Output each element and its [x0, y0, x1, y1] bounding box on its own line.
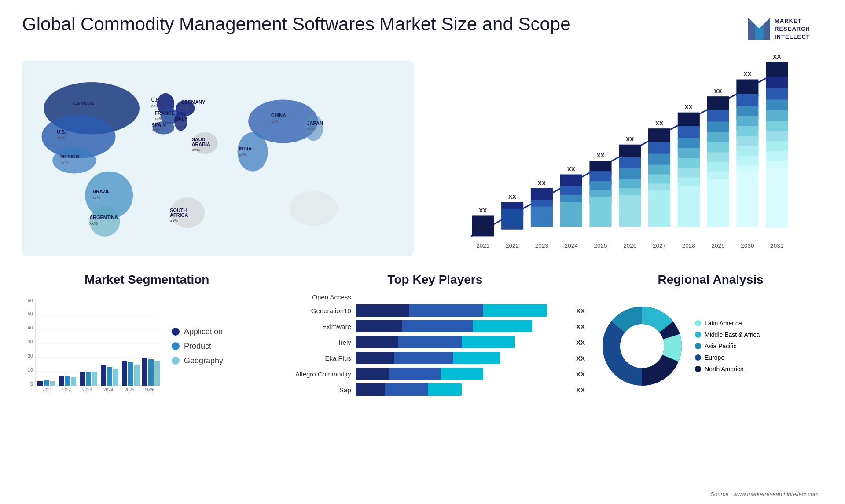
svg-text:xx%: xx% [152, 128, 160, 132]
svg-rect-163 [65, 376, 70, 386]
svg-text:XX: XX [714, 88, 722, 95]
segmentation-section: Market Segmentation 0 10 20 30 40 50 60 [22, 273, 272, 405]
player-bar-ekaplus [356, 352, 568, 364]
bar-chart-section: XX 2021 XX 2022 XX 2023 XX 2024 [431, 53, 823, 264]
legend-label-application: Application [184, 327, 223, 336]
player-row-irely: Irely XX [285, 336, 585, 348]
svg-rect-78 [589, 197, 611, 227]
svg-rect-168 [92, 372, 97, 386]
legend-dot-product [172, 342, 180, 350]
svg-text:XX: XX [479, 207, 487, 214]
svg-text:INDIA: INDIA [239, 146, 252, 151]
svg-rect-108 [707, 96, 729, 113]
svg-text:xx%: xx% [192, 147, 200, 152]
regional-title: Regional Analysis [598, 273, 823, 287]
svg-text:xx%: xx% [170, 218, 178, 223]
player-value-ekaplus: XX [576, 354, 585, 362]
legend-north-america: North America [695, 365, 760, 373]
svg-text:xx%: xx% [307, 126, 316, 131]
svg-text:CHINA: CHINA [271, 113, 287, 118]
svg-text:2029: 2029 [712, 242, 725, 249]
svg-rect-128 [736, 172, 758, 227]
legend-middle-east: Middle East & Africa [695, 331, 760, 338]
svg-marker-1 [755, 24, 764, 40]
legend-latin-america: Latin America [695, 320, 760, 327]
svg-text:XX: XX [538, 180, 546, 186]
reg-label-asia: Asia Pacific [705, 343, 736, 350]
reg-dot-northamerica [695, 366, 701, 372]
seg-legend: Application Product Geography [172, 327, 242, 365]
svg-rect-166 [80, 372, 85, 386]
segmentation-title: Market Segmentation [22, 273, 272, 287]
svg-point-21 [290, 191, 338, 226]
svg-rect-180 [154, 361, 160, 386]
players-list: Open Access Generation10 XX [285, 293, 585, 396]
svg-rect-141 [766, 168, 788, 228]
legend-dot-application [172, 328, 180, 336]
player-value-allegro: XX [576, 370, 585, 378]
svg-text:2021: 2021 [42, 387, 52, 392]
bar-chart-svg: XX 2021 XX 2022 XX 2023 XX 2024 [431, 53, 823, 264]
reg-label-mideast: Middle East & Africa [705, 331, 760, 338]
svg-rect-167 [86, 372, 91, 386]
reg-dot-latin [695, 320, 701, 326]
svg-text:U.K.: U.K. [151, 97, 161, 102]
legend-label-product: Product [184, 342, 211, 351]
player-bar-irely [356, 336, 568, 348]
svg-text:2025: 2025 [594, 242, 607, 249]
svg-rect-158 [37, 381, 43, 386]
svg-text:ARGENTINA: ARGENTINA [89, 215, 118, 220]
player-value-sap: XX [576, 386, 585, 394]
svg-text:MEXICO: MEXICO [60, 154, 79, 159]
svg-text:BRAZIL: BRAZIL [92, 189, 110, 194]
svg-rect-119 [736, 80, 758, 97]
legend-product: Product [172, 342, 242, 351]
svg-text:AFRICA: AFRICA [170, 213, 188, 218]
donut-chart [598, 302, 686, 390]
svg-text:20: 20 [28, 353, 33, 358]
regional-section: Regional Analysis [598, 273, 823, 405]
svg-text:XX: XX [508, 194, 516, 200]
svg-text:xx%: xx% [57, 135, 65, 140]
svg-text:50: 50 [28, 311, 33, 316]
svg-rect-98 [678, 113, 700, 129]
svg-rect-178 [142, 358, 147, 386]
svg-text:ARABIA: ARABIA [192, 142, 210, 147]
svg-rect-160 [50, 381, 55, 386]
legend-label-geography: Geography [184, 356, 223, 365]
svg-rect-65 [531, 207, 553, 227]
reg-dot-europe [695, 354, 701, 361]
svg-text:JAPAN: JAPAN [307, 121, 323, 126]
svg-text:2024: 2024 [103, 387, 114, 392]
svg-text:2022: 2022 [506, 242, 519, 249]
svg-text:RESEARCH: RESEARCH [775, 26, 810, 32]
player-bar-sap [356, 383, 568, 396]
player-row-ekaplus: Eka Plus XX [285, 352, 585, 364]
svg-text:2027: 2027 [653, 242, 666, 249]
player-row-sap: Sap XX [285, 383, 585, 396]
svg-text:2026: 2026 [145, 387, 155, 392]
legend-application: Application [172, 327, 242, 336]
svg-rect-170 [101, 365, 106, 386]
reg-label-europe: Europe [705, 354, 724, 361]
svg-rect-174 [122, 361, 127, 386]
svg-rect-171 [107, 367, 112, 386]
players-section: Top Key Players Open Access Generation10 [285, 273, 585, 405]
svg-text:xx%: xx% [73, 107, 82, 112]
logo-area: MARKET RESEARCH INTELLECT [744, 13, 823, 44]
player-name-openaccess: Open Access [285, 293, 351, 301]
svg-text:XX: XX [655, 120, 663, 127]
svg-rect-172 [113, 369, 118, 386]
svg-text:xx%: xx% [92, 195, 101, 200]
reg-label-latin: Latin America [705, 320, 742, 327]
svg-rect-89 [648, 128, 670, 145]
svg-text:2030: 2030 [741, 242, 754, 249]
player-row-gen10: Generation10 XX [285, 304, 585, 317]
svg-rect-176 [134, 365, 140, 386]
svg-text:xx%: xx% [151, 103, 160, 108]
svg-text:xx%: xx% [271, 119, 279, 124]
svg-rect-162 [59, 376, 64, 386]
svg-text:xx%: xx% [89, 221, 98, 226]
svg-rect-116 [707, 179, 729, 227]
legend-geography: Geography [172, 356, 242, 365]
